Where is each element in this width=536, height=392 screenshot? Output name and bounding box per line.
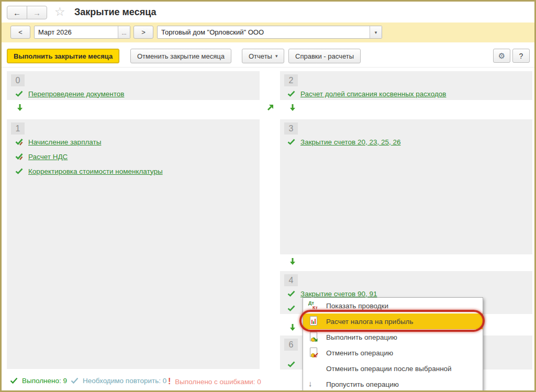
period-bar: < Март 2026 ... > Торговый дом "Орловски… <box>2 23 534 42</box>
dtkt-icon: ДтКт <box>308 300 321 311</box>
period-value: Март 2026 <box>35 28 118 36</box>
check-icon <box>10 377 18 384</box>
status-repeat-count: 0 <box>163 377 167 385</box>
cancel-operation-icon <box>308 348 321 358</box>
menu-item-label: Расчет налога на прибыль <box>326 318 414 326</box>
down-arrow-icon <box>289 104 296 112</box>
period-more-button[interactable]: ... <box>118 26 130 38</box>
check-icon <box>287 290 295 297</box>
page-title: Закрытие месяца <box>74 7 156 18</box>
check-icon <box>15 90 23 97</box>
status-done-label: Выполнено: <box>22 377 61 385</box>
context-menu: ДтКт Показать проводки Расчет налога на … <box>303 297 483 391</box>
check-muted-icon <box>71 377 79 384</box>
menu-item-cancel-operation[interactable]: Отменить операцию <box>303 345 483 361</box>
organization-value: Торговый дом "Орловский" ООО <box>158 28 370 36</box>
menu-item-skip-operation[interactable]: ↓ Пропустить операцию <box>303 376 483 392</box>
stage-item: Начисление зарплаты <box>15 137 260 147</box>
check-icon <box>15 167 23 175</box>
status-errors-count: 0 <box>257 378 261 386</box>
no-icon <box>308 363 321 374</box>
operation-link[interactable]: Начисление зарплаты <box>28 138 101 146</box>
down-arrow-icon <box>289 257 296 266</box>
down-arrow-icon <box>16 104 24 112</box>
menu-item-income-tax[interactable]: Расчет налога на прибыль <box>303 313 483 329</box>
operation-link[interactable]: Закрытие счетов 90, 91 <box>300 290 377 298</box>
stage-item: Расчет долей списания косвенных расходов <box>287 88 532 99</box>
menu-item-label: Отменить операции после выбранной <box>326 365 452 373</box>
help-button[interactable]: ? <box>512 49 530 63</box>
forward-arrow-icon: → <box>33 8 41 17</box>
prev-period-button[interactable]: < <box>10 26 30 39</box>
nav-buttons: ← → <box>7 6 47 19</box>
operation-link[interactable]: Закрытие счетов 20, 23, 25, 26 <box>300 138 401 146</box>
status-repeat-label: Необходимо повторить: <box>83 377 161 385</box>
stage-number: 4 <box>284 274 298 286</box>
stage-block-1: 1 Начисление зарплаты Расчет НДС Коррект… <box>7 119 260 369</box>
operation-link[interactable]: Перепроведение документов <box>28 90 124 98</box>
menu-item-cancel-following[interactable]: Отменить операции после выбранной <box>303 361 483 376</box>
report-icon <box>308 316 321 327</box>
diagonal-arrow-icon <box>266 104 274 113</box>
stage-item: Перепроведение документов <box>15 88 260 99</box>
reports-button[interactable]: Отчеты ▾ <box>242 49 284 63</box>
titlebar: ← → ☆ Закрытие месяца <box>2 2 534 23</box>
period-field[interactable]: Март 2026 ... <box>34 26 130 39</box>
back-arrow-icon: ← <box>13 8 21 17</box>
menu-item-run-operation[interactable]: Выполнить операцию <box>303 329 483 345</box>
back-button[interactable]: ← <box>7 6 27 19</box>
exclamation-icon: ! <box>168 377 171 386</box>
reports-caret-icon: ▾ <box>275 53 278 59</box>
gear-icon: ⚙ <box>498 51 505 61</box>
status-done: Выполнено: 9 <box>10 377 67 385</box>
status-done-count: 9 <box>63 377 68 385</box>
menu-item-label: Пропустить операцию <box>326 380 399 388</box>
settings-button[interactable]: ⚙ <box>493 49 510 63</box>
stage-item: Расчет НДС <box>15 151 260 162</box>
operation-link[interactable]: Расчет долей списания косвенных расходов <box>300 90 446 98</box>
stage-item: Корректировка стоимости номенклатуры <box>15 166 260 176</box>
forward-button[interactable]: → <box>27 6 47 19</box>
organization-dropdown-icon[interactable]: ▾ <box>370 26 382 38</box>
favorite-star-icon[interactable]: ☆ <box>54 5 65 18</box>
organization-select[interactable]: Торговый дом "Орловский" ООО ▾ <box>157 26 382 39</box>
status-errors: ! Выполнено с ошибками: 0 <box>168 377 261 386</box>
menu-item-show-postings[interactable]: ДтКт Показать проводки <box>303 298 483 313</box>
menu-item-label: Показать проводки <box>326 302 388 310</box>
check-icon <box>287 90 295 97</box>
down-arrow-icon <box>289 323 296 332</box>
check-icon <box>287 305 295 312</box>
stage-block-0: 0 Перепроведение документов <box>7 71 260 100</box>
operation-link[interactable]: Расчет НДС <box>28 153 68 161</box>
run-operation-icon <box>308 332 321 342</box>
stage-number: 0 <box>11 74 25 86</box>
check-icon <box>287 361 295 368</box>
month-closing-window: ← → ☆ Закрытие месяца < Март 2026 ... > … <box>0 0 536 392</box>
stage-number: 6 <box>284 339 298 351</box>
next-period-button[interactable]: > <box>133 26 153 39</box>
check-edited-icon <box>15 138 23 145</box>
check-icon <box>287 138 295 145</box>
stage-block-3: 3 Закрытие счетов 20, 23, 25, 26 <box>280 119 532 254</box>
run-closing-button[interactable]: Выполнить закрытие месяца <box>7 49 119 63</box>
toolbar: Выполнить закрытие месяца Отменить закры… <box>2 42 534 68</box>
cancel-closing-button[interactable]: Отменить закрытие месяца <box>130 49 231 63</box>
stage-item: Закрытие счетов 20, 23, 25, 26 <box>287 137 532 147</box>
stage-number: 1 <box>11 122 25 135</box>
stage-number: 3 <box>284 122 298 135</box>
certificates-button[interactable]: Справки - расчеты <box>288 49 361 63</box>
status-errors-label: Выполнено с ошибками: <box>175 378 255 386</box>
status-repeat: Необходимо повторить: 0 <box>71 377 166 385</box>
stage-block-2: 2 Расчет долей списания косвенных расход… <box>280 71 532 100</box>
menu-item-label: Отменить операцию <box>326 349 393 357</box>
operation-link[interactable]: Корректировка стоимости номенклатуры <box>28 167 163 175</box>
menu-item-label: Выполнить операцию <box>326 333 397 341</box>
stage-number: 2 <box>284 74 298 86</box>
reports-button-label: Отчеты <box>249 52 272 60</box>
check-edited-icon <box>15 153 23 160</box>
skip-icon: ↓ <box>308 379 321 389</box>
